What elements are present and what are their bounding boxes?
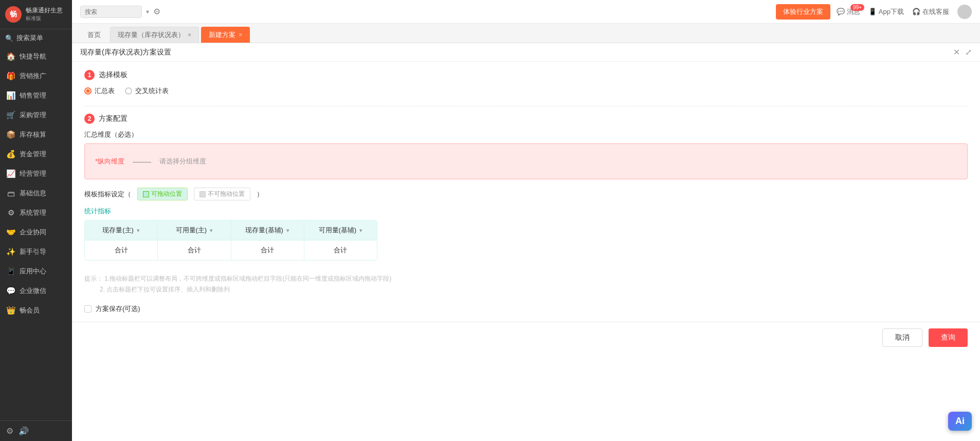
wechat-icon: 💬 bbox=[6, 286, 15, 296]
radio-cross-circle bbox=[125, 87, 132, 95]
basic-info-label: 基础信息 bbox=[20, 189, 46, 198]
online-service-button[interactable]: 🎧 在线客服 bbox=[912, 7, 949, 16]
page-title: 现存量(库存状况表)方案设置 bbox=[80, 48, 171, 57]
topbar-search-input[interactable] bbox=[80, 6, 142, 18]
purchase-icon: 🛒 bbox=[6, 111, 15, 120]
sound-icon[interactable]: 🔊 bbox=[19, 426, 29, 436]
app-center-label: 应用中心 bbox=[20, 267, 46, 276]
user-area[interactable] bbox=[957, 5, 972, 19]
col-dropdown-available-main[interactable]: ▾ bbox=[210, 227, 213, 234]
topbar-right: 💬 消息 99+ 📱 App下载 🎧 在线客服 bbox=[837, 5, 972, 19]
radio-cross[interactable]: 交叉统计表 bbox=[125, 86, 169, 96]
content-header: 现存量(库存状况表)方案设置 ✕ ⤢ bbox=[72, 43, 980, 62]
dimension-box[interactable]: *纵向维度 —— 请选择分组维度 bbox=[84, 143, 968, 179]
col-dropdown-current-main[interactable]: ▾ bbox=[137, 227, 140, 234]
sales-label: 销售管理 bbox=[20, 91, 46, 100]
dimension-arrow: —— bbox=[133, 156, 151, 167]
tab-new-plan-close[interactable]: × bbox=[239, 31, 242, 39]
stats-col-header-available-main[interactable]: 可用量(主)▾ bbox=[158, 220, 231, 240]
logo-icon: 畅 bbox=[5, 6, 22, 23]
purchase-label: 采购管理 bbox=[20, 111, 46, 120]
marketing-label: 营销推广 bbox=[20, 71, 46, 81]
trial-button[interactable]: 体验行业方案 bbox=[776, 4, 830, 20]
section1-title: 选择模板 bbox=[99, 70, 128, 80]
topbar-left: ▾ ⚙ bbox=[80, 6, 770, 18]
sales-icon: 📊 bbox=[6, 91, 15, 100]
stats-table: 现存量(主)▾可用量(主)▾现存量(基辅)▾可用量(基辅)▾ 合计合计合计合计 bbox=[84, 220, 377, 261]
radio-summary-circle bbox=[84, 87, 92, 95]
sidebar-item-sales[interactable]: 📊销售管理 bbox=[0, 86, 72, 105]
sidebar-item-app-center[interactable]: 📱应用中心 bbox=[0, 262, 72, 281]
sidebar-item-marketing[interactable]: 🎁营销推广 bbox=[0, 66, 72, 86]
stats-col-data-current-aux: 合计 bbox=[231, 241, 304, 260]
dimension-label: 汇总维度（必选） bbox=[84, 130, 968, 139]
ai-label: Ai bbox=[955, 416, 965, 426]
template-options: 汇总表 交叉统计表 bbox=[84, 86, 968, 96]
stats-col-header-current-main[interactable]: 现存量(主)▾ bbox=[85, 220, 158, 240]
stats-col-header-current-aux[interactable]: 现存量(基辅)▾ bbox=[231, 220, 304, 240]
col-dropdown-available-aux[interactable]: ▾ bbox=[359, 227, 362, 234]
section-plan-config: 2 方案配置 汇总维度（必选） *纵向维度 —— 请选择分组维度 模板指标设定（ bbox=[84, 114, 968, 294]
indicator-settings: 模板指标设定（ 可拖动位置 不可拖动位置 ） bbox=[84, 188, 968, 200]
member-icon: 👑 bbox=[6, 306, 15, 315]
header-icons: ✕ ⤢ bbox=[953, 47, 972, 57]
section-divider-1 bbox=[84, 106, 968, 106]
topbar: ▾ ⚙ 体验行业方案 💬 消息 99+ 📱 App下载 🎧 在线客服 bbox=[72, 0, 980, 24]
unmovable-indicator-box bbox=[199, 191, 206, 197]
tab-new-plan[interactable]: 新建方案 × bbox=[201, 27, 250, 43]
cancel-button[interactable]: 取消 bbox=[882, 328, 922, 347]
sidebar-item-inventory[interactable]: 📦库存核算 bbox=[0, 125, 72, 144]
message-badge: 99+ bbox=[850, 4, 864, 11]
footer-bar: 取消 查询 bbox=[72, 322, 980, 353]
quick-nav-icon: 🏠 bbox=[6, 52, 15, 61]
stats-col-data-current-main: 合计 bbox=[85, 241, 158, 260]
sidebar-item-operations[interactable]: 📈经营管理 bbox=[0, 164, 72, 183]
enterprise-label: 企业协同 bbox=[20, 228, 46, 237]
guide-icon: ✨ bbox=[6, 247, 15, 256]
indicator-movable-tag: 可拖动位置 bbox=[137, 188, 188, 200]
close-icon[interactable]: ✕ bbox=[953, 47, 960, 57]
tab-inventory-close[interactable]: × bbox=[188, 31, 191, 39]
content-area: 现存量(库存状况表)方案设置 ✕ ⤢ 1 选择模板 汇总表 bbox=[72, 43, 980, 441]
save-checkbox[interactable] bbox=[84, 305, 92, 313]
stats-header-row: 现存量(主)▾可用量(主)▾现存量(基辅)▾可用量(基辅)▾ bbox=[85, 220, 377, 241]
tab-home[interactable]: 首页 bbox=[80, 27, 108, 43]
form-area: 1 选择模板 汇总表 交叉统计表 2 bbox=[72, 62, 980, 322]
user-avatar bbox=[957, 5, 972, 19]
app-download-button[interactable]: 📱 App下载 bbox=[868, 7, 904, 16]
sidebar-item-quick-nav[interactable]: 🏠快捷导航 bbox=[0, 47, 72, 66]
tab-inventory[interactable]: 现存量（库存状况表） × bbox=[110, 27, 199, 43]
app-name: 畅康通好生意 bbox=[26, 7, 63, 15]
settings-icon[interactable]: ⚙ bbox=[6, 426, 13, 436]
messages-button[interactable]: 💬 消息 99+ bbox=[837, 7, 860, 16]
member-label: 畅会员 bbox=[20, 306, 40, 315]
stats-section-label: 统计指标 bbox=[84, 207, 968, 216]
system-label: 系统管理 bbox=[20, 208, 46, 217]
stats-col-data-available-main: 合计 bbox=[158, 241, 231, 260]
inventory-icon: 📦 bbox=[6, 130, 15, 139]
section1-number: 1 bbox=[84, 70, 95, 80]
sidebar-item-basic-info[interactable]: 🗃基础信息 bbox=[0, 183, 72, 203]
stats-col-header-available-aux[interactable]: 可用量(基辅)▾ bbox=[304, 220, 377, 240]
ai-badge[interactable]: Ai bbox=[948, 412, 972, 431]
topbar-dropdown-icon[interactable]: ▾ bbox=[146, 8, 149, 15]
query-button[interactable]: 查询 bbox=[929, 328, 968, 347]
radio-summary[interactable]: 汇总表 bbox=[84, 86, 115, 96]
topbar-settings-icon[interactable]: ⚙ bbox=[153, 7, 160, 16]
search-icon: 🔍 bbox=[5, 34, 13, 42]
sidebar-item-system[interactable]: ⚙系统管理 bbox=[0, 203, 72, 223]
col-dropdown-current-aux[interactable]: ▾ bbox=[286, 227, 289, 234]
sidebar-item-purchase[interactable]: 🛒采购管理 bbox=[0, 105, 72, 125]
sidebar-item-enterprise[interactable]: 🤝企业协同 bbox=[0, 223, 72, 242]
section-template: 1 选择模板 汇总表 交叉统计表 bbox=[84, 70, 968, 96]
sidebar-item-wechat[interactable]: 💬企业微信 bbox=[0, 281, 72, 301]
basic-info-icon: 🗃 bbox=[6, 189, 15, 198]
enterprise-icon: 🤝 bbox=[6, 228, 15, 237]
sidebar-item-finance[interactable]: 💰资金管理 bbox=[0, 144, 72, 164]
finance-label: 资金管理 bbox=[20, 150, 46, 159]
expand-icon[interactable]: ⤢ bbox=[965, 47, 972, 57]
search-menu[interactable]: 🔍 搜索菜单 bbox=[0, 29, 72, 47]
sidebar: 畅 畅康通好生意 标准版 🔍 搜索菜单 🏠快捷导航🎁营销推广📊销售管理🛒采购管理… bbox=[0, 0, 72, 441]
sidebar-item-member[interactable]: 👑畅会员 bbox=[0, 301, 72, 320]
sidebar-item-guide[interactable]: ✨新手引导 bbox=[0, 242, 72, 262]
